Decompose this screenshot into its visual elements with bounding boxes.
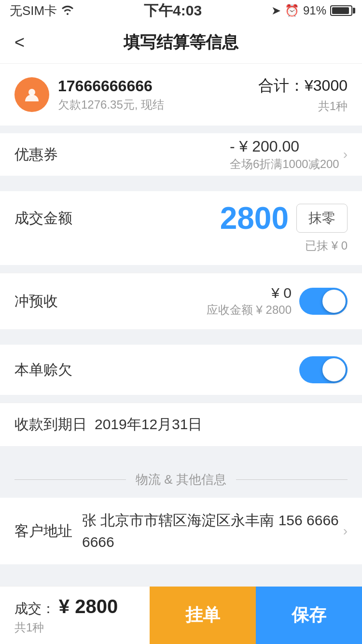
customer-right: 合计：¥3000 共1种 [258,75,348,114]
amount-label: 成交金额 [14,209,72,228]
customer-info: 17666666666 欠款1276.35元, 现结 [58,77,164,112]
toggle-knob [322,290,346,313]
prepay-row: 冲预收 ¥ 0 应收金额 ¥ 2800 [14,285,348,318]
carrier-text: 无SIM卡 [10,2,57,19]
date-row: 收款到期日 2019年12月31日 [14,415,348,434]
status-time: 下午4:03 [144,1,202,21]
bottom-deal-label: 成交： [14,601,55,616]
prepay-right: ¥ 0 应收金额 ¥ 2800 [207,285,348,318]
avatar [14,77,49,112]
customer-sub: 欠款1276.35元, 现结 [58,97,164,112]
alarm-icon: ⏰ [285,4,299,17]
bottom-sub: 共1种 [14,620,135,635]
bottom-deal-row: 成交： ¥ 2800 [14,596,135,618]
status-right: ➤ ⏰ 91% [271,4,352,17]
coupon-discount: - ¥ 200.00 [230,138,339,155]
amount-value: 2800 [220,203,289,234]
coupon-row[interactable]: 优惠券 - ¥ 200.00 全场6折满1000减200 › [0,133,362,176]
due-date-section: 收款到期日 2019年12月31日 [0,403,362,446]
status-bar: 无SIM卡 下午4:03 ➤ ⏰ 91% [0,0,362,21]
coupon-right: - ¥ 200.00 全场6折满1000减200 › [230,138,348,172]
content: 17666666666 欠款1276.35元, 现结 合计：¥3000 共1种 … [0,64,362,644]
pending-button[interactable]: 挂单 [150,587,256,644]
amount-row: 成交金额 2800 抹零 [14,203,348,234]
coupon-info: - ¥ 200.00 全场6折满1000减200 [230,138,339,172]
prepay-section: 冲预收 ¥ 0 应收金额 ¥ 2800 [0,273,362,329]
round-button[interactable]: 抹零 [296,204,348,233]
battery-icon [330,5,352,16]
battery-percent: 91% [303,4,326,17]
amount-value-wrap: 2800 抹零 [220,203,348,234]
svg-point-0 [28,89,35,96]
date-label: 收款到期日 [14,415,87,434]
location-icon: ➤ [271,4,281,17]
total-sub: 共1种 [258,98,348,114]
section-divider-1 [0,183,362,191]
prepay-amount: ¥ 0 [207,285,292,301]
divider-line-right [236,479,348,480]
total-amount: 合计：¥3000 [258,75,348,97]
logistics-divider: 物流 & 其他信息 [0,462,362,498]
logistics-label: 物流 & 其他信息 [136,471,226,488]
bottom-summary: 成交： ¥ 2800 共1种 [0,596,150,635]
prepay-toggle[interactable] [299,288,348,315]
address-value: 张 北京市市辖区海淀区永丰南 156 6666 6666 [82,509,343,553]
bottom-bar: 成交： ¥ 2800 共1种 挂单 保存 [0,586,362,644]
debt-toggle-knob [322,358,346,381]
coupon-detail: 全场6折满1000减200 [230,156,339,172]
coupon-label: 优惠券 [14,145,58,165]
prepay-amount-wrap: ¥ 0 应收金额 ¥ 2800 [207,285,292,318]
customer-left: 17666666666 欠款1276.35元, 现结 [14,77,164,112]
wifi-icon [61,3,74,18]
page-title: 填写结算等信息 [124,31,238,54]
customer-card: 17666666666 欠款1276.35元, 现结 合计：¥3000 共1种 [0,64,362,126]
address-chevron-icon: › [343,523,348,539]
amount-section: 成交金额 2800 抹零 已抹 ¥ 0 [0,191,362,265]
customer-phone: 17666666666 [58,77,164,95]
save-button[interactable]: 保存 [256,587,362,644]
address-section[interactable]: 客户地址 张 北京市市辖区海淀区永丰南 156 6666 6666 › [0,498,362,564]
address-label: 客户地址 [14,521,72,541]
prepay-sub: 应收金额 ¥ 2800 [207,302,292,318]
debt-toggle[interactable] [299,356,348,383]
debt-section: 本单赊欠 [0,345,362,395]
debt-label: 本单赊欠 [14,360,72,380]
bottom-deal-price: ¥ 2800 [59,596,118,617]
chevron-right-icon: › [343,147,348,162]
section-divider-3 [0,454,362,462]
date-value: 2019年12月31日 [95,415,202,434]
prepay-label: 冲预收 [14,292,58,311]
status-left: 无SIM卡 [10,2,74,19]
nav-bar: < 填写结算等信息 [0,21,362,64]
back-button[interactable]: < [14,32,25,53]
section-divider-2 [0,337,362,345]
amount-sub: 已抹 ¥ 0 [305,239,348,252]
divider-line-left [14,479,126,480]
